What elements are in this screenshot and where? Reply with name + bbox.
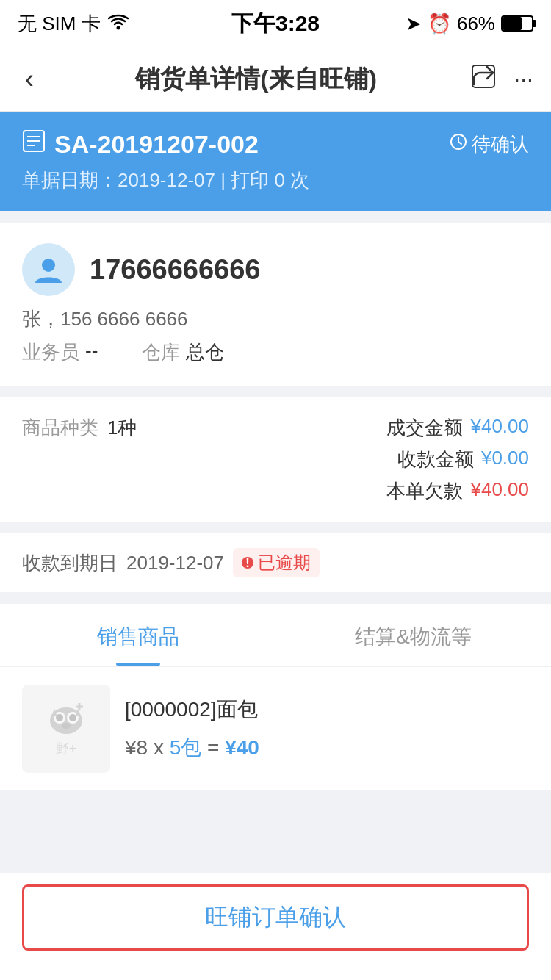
salesperson-value: -- [85, 339, 98, 365]
owed-amount-value: ¥40.00 [470, 478, 529, 504]
avatar [22, 243, 75, 296]
deal-amount-label: 成交金额 [386, 415, 463, 441]
product-type-value: 1种 [107, 415, 137, 441]
svg-point-13 [56, 714, 63, 721]
svg-point-14 [69, 714, 76, 721]
location-icon: ➤ [406, 12, 422, 35]
summary-right: 成交金额 ¥40.00 收款金额 ¥0.00 本单欠款 ¥40.00 [386, 415, 529, 504]
overdue-badge: ! 已逾期 [233, 548, 320, 577]
salesperson-item: 业务员 -- [22, 339, 98, 365]
battery-icon [501, 15, 533, 32]
share-icon[interactable] [471, 64, 496, 95]
product-qty: 5包 [170, 736, 202, 759]
due-label: 收款到期日 [22, 550, 118, 576]
status-time: 下午3:28 [231, 9, 320, 39]
due-date: 2019-12-07 [126, 552, 224, 574]
owed-amount-label: 本单欠款 [386, 478, 463, 504]
alarm-icon: ⏰ [428, 12, 451, 35]
product-list: 野+ [0000002]面包 ¥8 x 5包 = ¥40 [0, 667, 551, 790]
tab-settlement[interactable]: 结算&物流等 [276, 604, 551, 666]
received-amount-value: ¥0.00 [481, 447, 529, 472]
svg-line-8 [458, 142, 461, 144]
product-total: ¥40 [225, 736, 259, 759]
battery-percent: 66% [457, 12, 495, 35]
received-amount-label: 收款金额 [397, 447, 474, 472]
status-text: 待确认 [472, 131, 529, 157]
summary-section: 商品种类 1种 成交金额 ¥40.00 收款金额 ¥0.00 本单欠款 ¥40.… [0, 397, 551, 522]
wifi-icon [108, 12, 129, 35]
deal-amount-row: 成交金额 ¥40.00 [386, 415, 529, 441]
overdue-dot-icon: ! [242, 557, 253, 569]
overdue-text: 已逾期 [258, 551, 311, 574]
nav-actions: ··· [471, 64, 533, 95]
customer-name: 张，156 6666 6666 [22, 306, 529, 332]
product-type-label: 商品种类 [22, 415, 98, 441]
page-title: 销货单详情(来自旺铺) [135, 62, 377, 96]
summary-left: 商品种类 1种 [22, 415, 137, 441]
price-separator: = [201, 736, 225, 759]
svg-point-15 [62, 723, 71, 729]
product-name: [0000002]面包 [125, 696, 529, 724]
order-doc-icon [22, 129, 46, 159]
svg-rect-1 [472, 65, 494, 87]
order-header: SA-20191207-002 待确认 单据日期：2019-12-07 | 打印… [0, 112, 551, 211]
owed-amount-row: 本单欠款 ¥40.00 [386, 478, 529, 504]
customer-section: 17666666666 张，156 6666 6666 业务员 -- 仓库 总仓 [0, 223, 551, 386]
order-status: 待确认 [450, 131, 529, 157]
more-icon[interactable]: ··· [514, 65, 533, 93]
svg-point-9 [42, 259, 55, 272]
due-section: 收款到期日 2019-12-07 ! 已逾期 [0, 533, 551, 592]
confirm-btn-wrapper: 旺铺订单确认 [0, 873, 551, 980]
nav-bar: ‹ 销货单详情(来自旺铺) ··· [0, 47, 551, 112]
carrier-text: 无 SIM 卡 [18, 11, 101, 37]
product-price: ¥8 x 5包 = ¥40 [125, 734, 529, 762]
salesperson-label: 业务员 [22, 339, 79, 365]
order-date: 单据日期：2019-12-07 | 打印 0 次 [22, 167, 529, 193]
product-thumb-inner: 野+ [44, 700, 88, 757]
received-amount-row: 收款金额 ¥0.00 [397, 447, 529, 472]
tab-sales-products[interactable]: 销售商品 [0, 604, 276, 666]
tabs-section: 销售商品 结算&物流等 [0, 604, 551, 790]
confirm-order-button[interactable]: 旺铺订单确认 [22, 884, 529, 951]
tabs-header: 销售商品 结算&物流等 [0, 604, 551, 667]
price-text: ¥8 x [125, 736, 170, 759]
warehouse-item: 仓库 总仓 [142, 339, 224, 365]
status-bar: 无 SIM 卡 下午3:28 ➤ ⏰ 66% [0, 0, 551, 47]
status-right: ➤ ⏰ 66% [406, 12, 533, 35]
customer-meta: 业务员 -- 仓库 总仓 [22, 339, 529, 365]
product-thumbnail: 野+ [22, 685, 110, 773]
clock-icon [450, 133, 467, 156]
warehouse-value: 总仓 [186, 339, 224, 365]
warehouse-label: 仓库 [142, 339, 180, 365]
product-detail: [0000002]面包 ¥8 x 5包 = ¥40 [125, 696, 529, 762]
table-row: 野+ [0000002]面包 ¥8 x 5包 = ¥40 [0, 667, 551, 790]
order-number: SA-20191207-002 [22, 129, 259, 159]
customer-phone: 17666666666 [90, 254, 260, 286]
status-left: 无 SIM 卡 [18, 11, 129, 37]
back-button[interactable]: ‹ [18, 57, 41, 102]
deal-amount-value: ¥40.00 [470, 415, 529, 441]
svg-point-0 [116, 26, 120, 29]
